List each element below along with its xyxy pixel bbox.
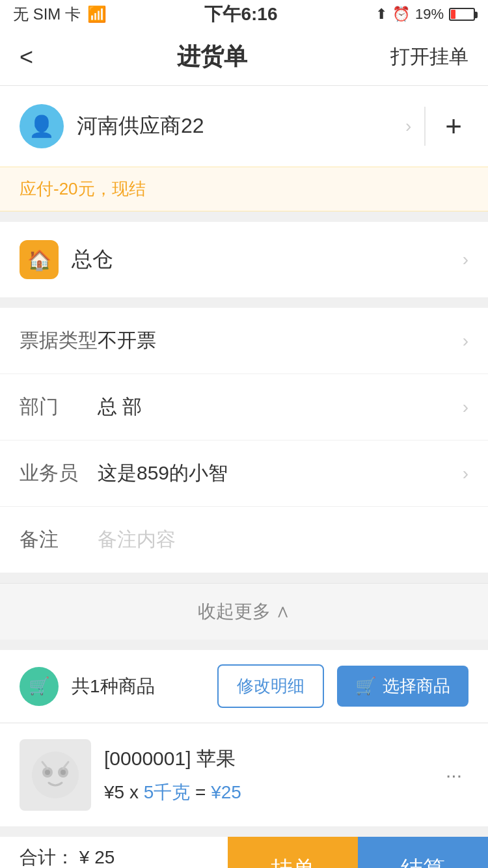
department-value: 总 部 bbox=[98, 394, 456, 420]
warehouse-name: 总仓 bbox=[72, 245, 456, 274]
divider bbox=[424, 107, 426, 146]
location-icon: ⬆ bbox=[375, 6, 387, 23]
product-quantity: 5千克 bbox=[144, 782, 191, 802]
svg-point-0 bbox=[32, 752, 79, 798]
status-bar: 无 SIM 卡 📶 下午6:16 ⬆ ⏰ 19% bbox=[0, 0, 488, 29]
warehouse-section: 🏠 总仓 › bbox=[0, 222, 488, 297]
product-name: [0000001] 苹果 bbox=[104, 746, 426, 772]
remark-label: 备注 bbox=[20, 526, 98, 553]
product-equals: = bbox=[195, 782, 211, 802]
open-hang-button[interactable]: 打开挂单 bbox=[390, 44, 468, 70]
total-amount: ¥ 25 bbox=[79, 847, 115, 867]
settle-button[interactable]: 结算 bbox=[358, 837, 488, 868]
product-more-button[interactable]: ··· bbox=[439, 757, 468, 793]
battery-icon bbox=[449, 8, 475, 21]
ticket-type-chevron-icon: › bbox=[463, 331, 468, 351]
supplier-row[interactable]: 👤 河南供应商22 › + bbox=[0, 86, 488, 167]
carrier-text: 无 SIM 卡 bbox=[13, 4, 81, 25]
product-header: 🛒 共1种商品 修改明细 🛒 选择商品 bbox=[0, 650, 488, 722]
footer-total: 合计： ¥ 25 共1种 bbox=[0, 845, 228, 868]
svg-point-4 bbox=[61, 770, 66, 775]
spacer bbox=[0, 640, 488, 650]
status-right: ⬆ ⏰ 19% bbox=[375, 6, 475, 23]
supplier-section: 👤 河南供应商22 › + 应付-20元，现结 bbox=[0, 86, 488, 211]
avatar-icon: 👤 bbox=[29, 114, 55, 139]
product-unit-price: ¥5 bbox=[104, 782, 124, 802]
wifi-icon: 📶 bbox=[87, 5, 107, 23]
product-total: ¥25 bbox=[211, 782, 241, 802]
status-left: 无 SIM 卡 📶 bbox=[13, 4, 107, 25]
form-section: 票据类型 不开票 › 部门 总 部 › 业务员 这是859的小智 › 备注 备注… bbox=[0, 308, 488, 573]
department-row[interactable]: 部门 总 部 › bbox=[0, 374, 488, 441]
collapse-bar[interactable]: 收起更多 ∧ bbox=[0, 583, 488, 640]
supplier-avatar: 👤 bbox=[20, 104, 64, 148]
hang-order-button[interactable]: 挂单 bbox=[228, 837, 358, 868]
page-title: 进货单 bbox=[177, 41, 247, 73]
department-chevron-icon: › bbox=[463, 397, 468, 418]
product-price-row: ¥5 x 5千克 = ¥25 bbox=[104, 780, 426, 805]
battery-text: 19% bbox=[415, 6, 444, 23]
collapse-text: 收起更多 ∧ bbox=[198, 601, 291, 621]
select-product-button[interactable]: 🛒 选择商品 bbox=[337, 666, 468, 707]
alarm-icon: ⏰ bbox=[392, 6, 410, 23]
alert-text: 应付-20元，现结 bbox=[20, 179, 146, 198]
select-product-icon: 🛒 bbox=[355, 676, 376, 696]
bottom-spacer bbox=[0, 826, 488, 837]
warehouse-chevron-icon: › bbox=[463, 249, 468, 270]
footer: 合计： ¥ 25 共1种 挂单 结算 bbox=[0, 837, 488, 868]
supplier-name: 河南供应商22 bbox=[77, 112, 399, 141]
ticket-type-value: 不开票 bbox=[98, 327, 456, 354]
salesperson-row[interactable]: 业务员 这是859的小智 › bbox=[0, 441, 488, 507]
product-code: [0000001] bbox=[104, 748, 191, 769]
supplier-chevron-icon: › bbox=[405, 116, 411, 137]
nav-bar: < 进货单 打开挂单 bbox=[0, 29, 488, 86]
status-time: 下午6:16 bbox=[204, 2, 277, 27]
product-multiply: x bbox=[129, 782, 144, 802]
edit-detail-button[interactable]: 修改明细 bbox=[217, 664, 324, 708]
salesperson-label: 业务员 bbox=[20, 460, 98, 487]
product-count: 共1种商品 bbox=[72, 674, 204, 699]
svg-point-3 bbox=[45, 770, 50, 775]
product-item: [0000001] 苹果 ¥5 x 5千克 = ¥25 ··· bbox=[0, 724, 488, 826]
department-label: 部门 bbox=[20, 394, 98, 420]
salesperson-value: 这是859的小智 bbox=[98, 460, 456, 487]
total-label: 合计： bbox=[20, 847, 74, 867]
main-content: 👤 河南供应商22 › + 应付-20元，现结 🏠 总仓 › 票据类型 不开票 … bbox=[0, 86, 488, 837]
product-title: 苹果 bbox=[197, 748, 236, 769]
warehouse-icon: 🏠 bbox=[20, 240, 59, 279]
add-button[interactable]: + bbox=[439, 110, 468, 142]
product-section-icon: 🛒 bbox=[20, 667, 59, 706]
cart-icon: 🛒 bbox=[29, 676, 49, 696]
warehouse-row[interactable]: 🏠 总仓 › bbox=[0, 222, 488, 297]
remark-input[interactable]: 备注内容 bbox=[98, 526, 468, 553]
select-product-label: 选择商品 bbox=[383, 675, 450, 698]
product-thumb-icon bbox=[29, 749, 81, 801]
remark-row[interactable]: 备注 备注内容 bbox=[0, 507, 488, 573]
product-info: [0000001] 苹果 ¥5 x 5千克 = ¥25 bbox=[104, 746, 426, 805]
back-button[interactable]: < bbox=[20, 44, 33, 71]
salesperson-chevron-icon: › bbox=[463, 463, 468, 484]
product-thumbnail bbox=[20, 739, 91, 811]
ticket-type-label: 票据类型 bbox=[20, 327, 98, 354]
footer-total-row: 合计： ¥ 25 bbox=[20, 845, 208, 868]
alert-bar: 应付-20元，现结 bbox=[0, 167, 488, 211]
ticket-type-row[interactable]: 票据类型 不开票 › bbox=[0, 308, 488, 374]
